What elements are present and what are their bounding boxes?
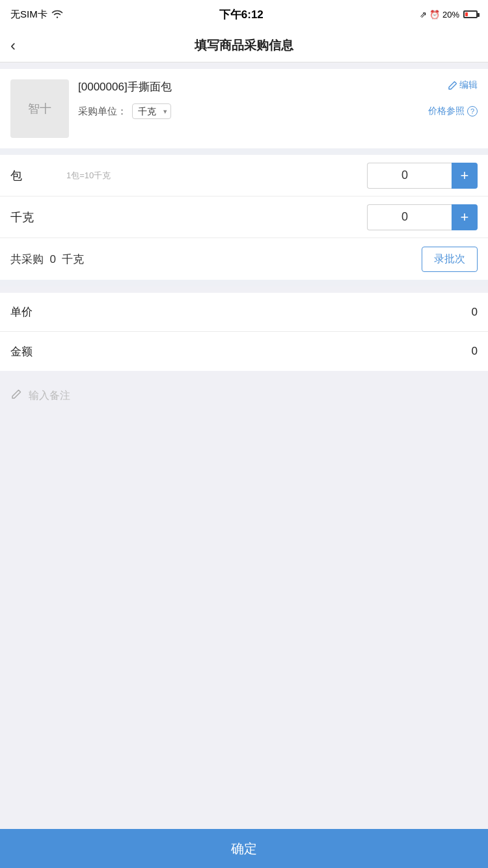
summary-row: 共采购 0 千克 录批次	[0, 238, 488, 280]
battery-icon	[463, 10, 478, 18]
unit-select[interactable]: 千克	[132, 103, 171, 119]
bag-plus-button[interactable]: +	[452, 163, 478, 189]
input-section: 包 1包=10千克 + 千克 +	[0, 155, 488, 238]
status-right: ⇗ ⏰ 20%	[420, 10, 478, 20]
edit-button[interactable]: 编辑	[448, 79, 478, 91]
alarm-icon: ⏰	[429, 10, 440, 20]
unit-label: 采购单位： 千克	[78, 103, 171, 119]
bag-quantity-input[interactable]	[367, 163, 452, 189]
carrier-label: 无SIM卡	[10, 8, 47, 21]
battery-pct-label: 20%	[442, 10, 459, 20]
divider-1	[0, 148, 488, 155]
bag-label: 包	[10, 168, 62, 183]
amount-row: 金额 0	[0, 332, 488, 371]
unit-select-wrapper[interactable]: 千克	[132, 103, 171, 119]
kg-quantity-input[interactable]	[367, 204, 452, 230]
product-info: [0000006]手撕面包 编辑 采购单位： 千克 价格参照 ?	[78, 79, 478, 119]
divider-2	[0, 280, 488, 286]
kg-input-row: 千克 +	[0, 197, 488, 238]
kg-label: 千克	[10, 210, 62, 225]
amount-label: 金额	[10, 344, 33, 359]
product-name: [0000006]手撕面包	[78, 79, 448, 94]
back-button[interactable]: ‹	[10, 36, 16, 55]
status-bar: 无SIM卡 下午6:12 ⇗ ⏰ 20%	[0, 0, 488, 29]
kg-plus-button[interactable]: +	[452, 204, 478, 230]
product-image-text: 智十	[28, 101, 51, 116]
bag-sublabel: 1包=10千克	[66, 170, 111, 182]
status-left: 无SIM卡	[10, 8, 63, 21]
nav-bar: ‹ 填写商品采购信息	[0, 29, 488, 62]
summary-text: 共采购 0 千克	[10, 252, 84, 267]
product-image: 智十	[10, 79, 69, 138]
price-ref-button[interactable]: 价格参照 ?	[428, 105, 478, 117]
price-ref-help-icon: ?	[467, 106, 478, 116]
remark-input[interactable]: 输入备注	[29, 389, 70, 403]
batch-button[interactable]: 录批次	[422, 247, 478, 272]
price-section: 单价 0 金额 0	[0, 293, 488, 371]
pencil-icon	[10, 388, 22, 403]
confirm-button[interactable]: 确定	[0, 829, 488, 868]
amount-value: 0	[472, 345, 478, 358]
unit-price-row: 单价 0	[0, 293, 488, 332]
unit-price-value: 0	[472, 306, 478, 319]
remark-section[interactable]: 输入备注	[0, 377, 488, 414]
unit-price-label: 单价	[10, 305, 33, 319]
page-title: 填写商品采购信息	[195, 37, 293, 54]
wifi-icon	[51, 9, 63, 20]
status-time: 下午6:12	[219, 7, 264, 22]
bag-input-row: 包 1包=10千克 +	[0, 155, 488, 197]
content-spacer	[0, 414, 488, 596]
bag-input-group: +	[367, 163, 478, 189]
location-icon: ⇗	[420, 10, 427, 20]
product-card: 智十 [0000006]手撕面包 编辑 采购单位： 千克	[0, 69, 488, 148]
kg-input-group: +	[367, 204, 478, 230]
